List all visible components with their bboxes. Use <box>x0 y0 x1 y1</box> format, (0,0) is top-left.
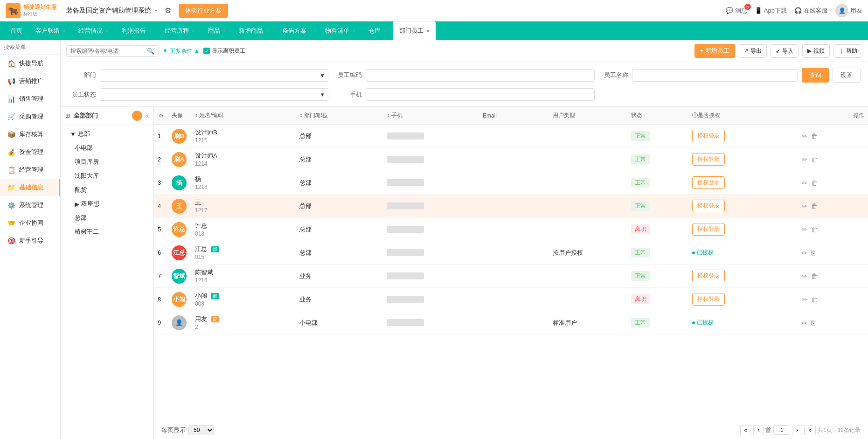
auth-login-button[interactable]: 授权登录 <box>692 200 725 212</box>
prev-page-button[interactable]: ‹ <box>753 425 764 435</box>
next-page-button[interactable]: › <box>792 425 802 435</box>
user-area[interactable]: 👤 用友 <box>835 4 862 17</box>
delete-icon[interactable]: 🗑 <box>811 272 818 280</box>
delete-icon[interactable]: 🗑 <box>811 296 818 303</box>
sidebar-item-marketing[interactable]: 📢 营销推广 <box>0 72 60 90</box>
edit-icon[interactable]: ✏ <box>802 296 807 303</box>
tab-home[interactable]: 首页 <box>4 21 29 40</box>
dept-node-shuangzuo[interactable]: ▶ 双座想 <box>61 197 153 211</box>
tab-customer[interactable]: 客户联络× <box>29 21 72 40</box>
dept-node-peihuo[interactable]: 配货 <box>61 183 153 197</box>
dept-collapse-btn[interactable]: « <box>145 112 149 119</box>
edit-icon[interactable]: ✏ <box>802 272 807 280</box>
close-icon[interactable]: × <box>383 28 386 34</box>
sidebar-item-purchase[interactable]: 🛒 采购管理 <box>0 108 60 125</box>
sidebar-item-ops[interactable]: 📋 经营管理 <box>0 161 60 179</box>
export-button[interactable]: ↗ 导出 <box>739 44 767 58</box>
tab-add-goods[interactable]: 新增商品× <box>232 21 275 40</box>
delete-icon[interactable]: 🗑 <box>811 226 818 233</box>
delete-icon[interactable]: 🗑 <box>811 202 818 210</box>
edit-icon[interactable]: ✏ <box>802 226 807 233</box>
auth-login-button[interactable]: 授权登录 <box>692 293 725 306</box>
tab-profit[interactable]: 利润报告× <box>115 21 158 40</box>
import-button[interactable]: ↙ 导入 <box>771 44 799 58</box>
sidebar-item-sales[interactable]: 📊 销售管理 <box>0 90 60 108</box>
delete-icon[interactable]: 🗑 <box>811 156 818 163</box>
col-dept-header[interactable]: ↕ 部门/职位 <box>296 107 383 125</box>
copy-icon[interactable]: ⎘ <box>811 319 815 327</box>
show-resigned-toggle[interactable]: ✓ 显示离职员工 <box>203 47 245 55</box>
trial-button[interactable]: 体验行业方案 <box>179 4 228 18</box>
dept-node-project[interactable]: 项目库房 <box>61 155 153 169</box>
close-icon[interactable]: × <box>149 28 152 34</box>
dept-filter-select[interactable]: ▾ <box>100 69 328 82</box>
dept-add-icon[interactable]: + <box>132 111 142 121</box>
auth-login-button[interactable]: 授权登录 <box>692 270 725 282</box>
sidebar-item-collab[interactable]: 🤝 企业协同 <box>0 214 60 232</box>
edit-icon[interactable]: ✏ <box>802 319 807 327</box>
edit-icon[interactable]: ✏ <box>802 179 807 187</box>
auth-login-button[interactable]: 授权登录 <box>692 223 725 236</box>
col-name-header[interactable]: ↕ 姓名/编码 <box>191 107 296 125</box>
auth-login-button[interactable]: 授权登录 <box>692 176 725 189</box>
first-page-button[interactable]: « <box>740 425 752 435</box>
phone-filter-input[interactable] <box>366 88 594 101</box>
close-icon[interactable]: × <box>192 28 194 34</box>
delete-icon[interactable]: 🗑 <box>811 179 818 187</box>
dropdown-arrow-icon[interactable]: ▾ <box>155 8 157 13</box>
edit-icon[interactable]: ✏ <box>802 249 807 257</box>
sidebar-item-nav[interactable]: 🏠 快捷导航 <box>0 55 60 72</box>
sidebar-item-inventory[interactable]: 📦 库存核算 <box>0 125 60 143</box>
tab-bom[interactable]: 物料清单× <box>319 21 361 40</box>
edit-icon[interactable]: ✏ <box>802 202 807 210</box>
tab-operation[interactable]: 经营情况× <box>72 21 115 40</box>
tab-employee[interactable]: 部门员工× <box>393 21 436 40</box>
settings-icon[interactable]: ⚙ <box>165 6 171 15</box>
col-settings[interactable]: ⚙ <box>154 107 168 125</box>
dept-all-label[interactable]: 全部部门 <box>74 111 129 120</box>
dept-node-xiaodian[interactable]: 小电部 <box>61 141 153 155</box>
reset-button[interactable]: 设置 <box>833 68 861 83</box>
last-page-button[interactable]: » <box>804 425 816 435</box>
page-input[interactable] <box>773 425 790 435</box>
status-filter-select[interactable]: ▾ <box>100 88 328 101</box>
close-icon[interactable]: × <box>426 28 429 34</box>
auth-login-button[interactable]: 授权登录 <box>692 153 725 166</box>
search-submit-icon[interactable]: 🔍 <box>147 48 154 55</box>
close-icon[interactable]: × <box>352 28 355 34</box>
dept-node-zhishu[interactable]: 植树王二 <box>61 225 153 239</box>
dept-node-general[interactable]: ▼ 总部 <box>61 127 153 141</box>
delete-icon[interactable]: 🗑 <box>811 132 818 140</box>
close-icon[interactable]: × <box>62 28 65 34</box>
close-icon[interactable]: × <box>105 28 108 34</box>
dept-node-zongbu[interactable]: 总部 <box>61 211 153 225</box>
close-icon[interactable]: × <box>309 28 312 34</box>
online-service-item[interactable]: 🎧 在线客服 <box>794 7 828 15</box>
emp-name-input[interactable] <box>632 69 798 82</box>
query-button[interactable]: 查询 <box>802 68 829 83</box>
app-download-item[interactable]: 📱 App下载 <box>755 7 787 15</box>
tab-goods[interactable]: 商品× <box>201 21 232 40</box>
help-button[interactable]: ｜ 帮助 <box>833 44 862 58</box>
tab-history[interactable]: 经营历程× <box>158 21 201 40</box>
col-phone-header[interactable]: ↕ 手机 <box>383 107 479 125</box>
copy-icon[interactable]: ⎘ <box>811 249 815 257</box>
search-input[interactable] <box>70 48 145 54</box>
sidebar-item-basic[interactable]: 📁 基础信息 <box>0 179 60 196</box>
message-item[interactable]: 💬 消息 5 <box>726 7 747 15</box>
dept-node-shenyang[interactable]: 沈阳大库 <box>61 169 153 183</box>
add-employee-button[interactable]: + 新增员工 <box>694 44 735 58</box>
view-button[interactable]: ▶ 视频 <box>802 44 830 58</box>
more-filter-btn[interactable]: ▼ 更多条件 ▲ <box>162 47 200 55</box>
sidebar-item-system[interactable]: ⚙️ 系统管理 <box>0 196 60 214</box>
sidebar-search-input[interactable] <box>4 44 61 50</box>
tab-barcode[interactable]: 条码方案× <box>276 21 319 40</box>
close-icon[interactable]: × <box>266 28 269 34</box>
emp-code-input[interactable] <box>366 69 594 82</box>
tab-warehouse[interactable]: 仓库× <box>362 21 393 40</box>
per-page-select[interactable]: 50 20 100 <box>188 425 214 435</box>
auth-login-button[interactable]: 授权登录 <box>692 130 725 142</box>
edit-icon[interactable]: ✏ <box>802 132 807 140</box>
sidebar-item-finance[interactable]: 💰 资金管理 <box>0 143 60 161</box>
edit-icon[interactable]: ✏ <box>802 156 807 163</box>
